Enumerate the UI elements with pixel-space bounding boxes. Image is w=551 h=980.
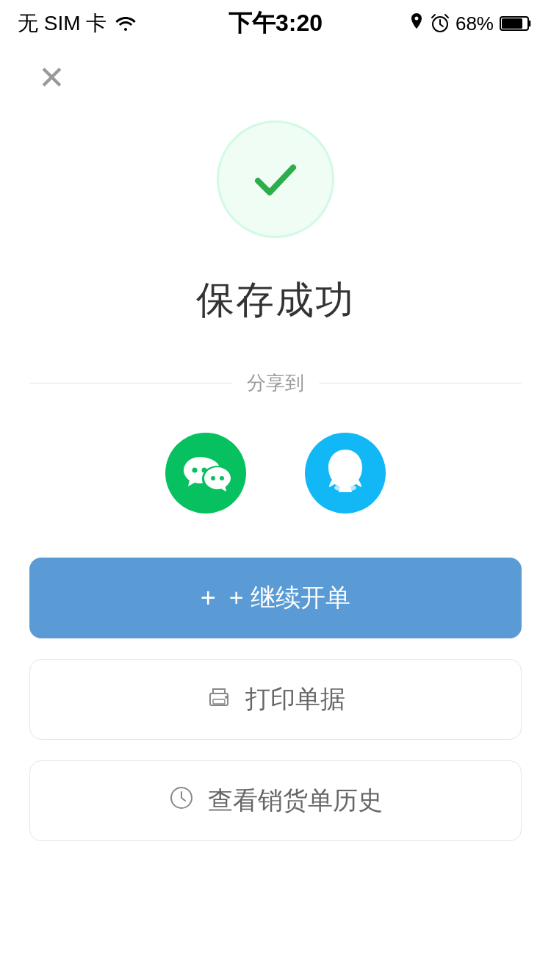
svg-point-11 [225,696,228,699]
share-icons [29,433,522,514]
main-content: 保存成功 分享到 [0,47,551,841]
status-bar-right: 68% [408,12,533,35]
divider-right [319,383,522,383]
share-section: 分享到 [0,370,551,514]
print-button[interactable]: 打印单据 [29,659,522,740]
qq-logo-icon [323,447,368,500]
svg-point-5 [211,476,215,480]
divider-left [29,383,232,383]
status-bar: 无 SIM 卡 下午3:20 68% [0,0,551,47]
alarm-icon [431,13,450,34]
plus-icon: + [201,583,216,613]
svg-point-3 [192,468,198,473]
battery-icon [500,15,533,32]
share-label: 分享到 [247,370,304,396]
svg-point-6 [220,476,224,480]
wechat-logo-icon [181,451,231,495]
svg-point-7 [334,485,346,491]
svg-point-8 [345,485,356,491]
share-divider: 分享到 [29,370,522,396]
svg-rect-10 [213,699,225,704]
print-label: 打印单据 [245,682,345,716]
success-title: 保存成功 [196,275,355,326]
continue-button[interactable]: + + 继续开单 [29,558,522,638]
battery-percentage: 68% [455,12,494,35]
checkmark-icon [246,150,305,209]
location-icon [408,13,425,34]
wechat-share-button[interactable] [165,433,246,514]
printer-icon [206,683,232,716]
close-button[interactable]: ✕ [32,59,71,97]
status-bar-time: 下午3:20 [228,7,323,40]
clock-icon [168,785,195,817]
wifi-icon [114,15,137,32]
history-label: 查看销货单历史 [208,784,383,818]
svg-point-4 [202,468,207,473]
action-buttons: + + 继续开单 打印单据 查看销货单历 [0,558,551,841]
qq-share-button[interactable] [305,433,386,514]
close-x-icon: ✕ [38,62,65,94]
no-sim-label: 无 SIM 卡 [18,10,107,37]
success-circle [217,120,334,238]
status-bar-left: 无 SIM 卡 [18,10,137,37]
history-button[interactable]: 查看销货单历史 [29,760,522,841]
continue-label: + 继续开单 [229,581,350,615]
svg-rect-2 [502,18,522,29]
